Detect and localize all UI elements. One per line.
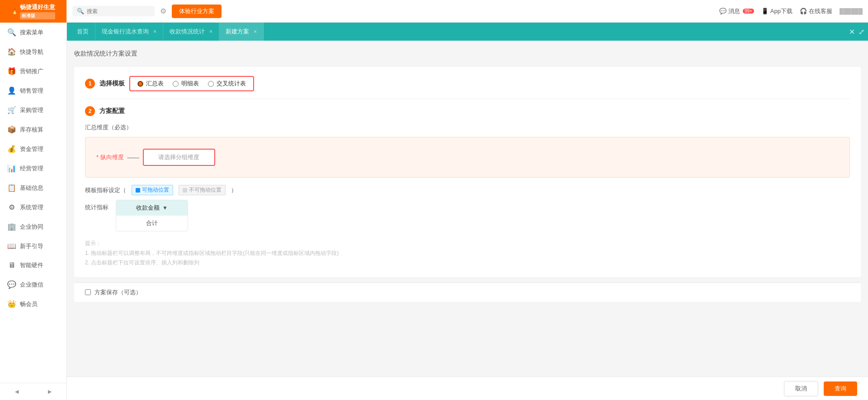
step2-header: 2 方案配置 [85, 106, 850, 116]
non-draggable-tag: 不可拖动位置 [179, 185, 226, 195]
sidebar-label-purchase: 采购管理 [20, 106, 43, 114]
tab-bank-flow-close[interactable]: × [153, 28, 156, 35]
sidebar-label-finance: 资金管理 [20, 145, 43, 153]
sidebar-item-enterprise[interactable]: 🏢 企业协同 [0, 217, 66, 236]
radio-detail-label: 明细表 [181, 80, 199, 88]
radio-summary-input[interactable] [137, 81, 143, 87]
sidebar-item-system[interactable]: ⚙ 系统管理 [0, 198, 66, 217]
operations-icon: 📊 [7, 164, 16, 173]
draggable-tag: 可拖动位置 [132, 185, 173, 195]
app-logo-icon: 🔥 [11, 8, 18, 14]
search-icon: 🔍 [77, 8, 84, 14]
radio-detail[interactable]: 明细表 [173, 80, 199, 88]
sidebar-label-marketing: 营销推广 [20, 67, 43, 75]
radio-cross[interactable]: 交叉统计表 [208, 80, 246, 88]
sidebar-item-wechat[interactable]: 💬 企业微信 [0, 275, 66, 294]
sidebar-label-search-menu: 搜索菜单 [20, 28, 43, 37]
gear-icon[interactable]: ⚙ [160, 7, 166, 15]
step2-section: 2 方案配置 汇总维度（必选） * 纵向维度 —— 请选择分组维度 模板指标设定… [85, 106, 850, 268]
sidebar-item-inventory[interactable]: 📦 库存核算 [0, 120, 66, 139]
sidebar-collapse-btn[interactable]: ◀ [0, 383, 33, 400]
sidebar-item-operations[interactable]: 📊 经营管理 [0, 159, 66, 178]
tips-title: 提示： [85, 240, 101, 246]
sidebar-label-guide: 新手引导 [20, 242, 43, 250]
metrics-dropdown-icon[interactable]: ▼ [162, 205, 168, 211]
tab-bank-flow[interactable]: 现金银行流水查询 × [95, 23, 163, 41]
metrics-col-header[interactable]: 收款金额 ▼ [116, 200, 188, 216]
header: 🔍 ⚙ 体验行业方案 💬 消息 99+ 📱 App下载 🎧 在线客服 █████… [67, 0, 868, 23]
sidebar-label-operations: 经营管理 [20, 165, 43, 173]
tab-expand-btn[interactable]: ⤢ [859, 28, 864, 36]
save-checkbox[interactable] [85, 289, 91, 295]
sidebar-item-quick-nav[interactable]: 🏠 快捷导航 [0, 42, 66, 61]
metrics-table: 收款金额 ▼ 合计 [116, 200, 188, 231]
app-logo: 🔥 畅捷通好生意 标准版 [0, 0, 66, 23]
main-content: 收款情况统计方案设置 1 选择模板 汇总表 明细表 交叉统计表 [67, 41, 868, 400]
enterprise-icon: 🏢 [7, 222, 16, 231]
sidebar-item-finance[interactable]: 💰 资金管理 [0, 139, 66, 159]
tab-bank-flow-label: 现金银行流水查询 [102, 28, 149, 36]
save-option-label[interactable]: 方案保存（可选） [94, 288, 142, 296]
tab-home[interactable]: 首页 [71, 23, 95, 41]
sidebar-item-basic-info[interactable]: 📋 基础信息 [0, 178, 66, 198]
download-item[interactable]: 📱 App下载 [761, 7, 793, 15]
tip-item-2: 2. 点击标题栏下拉可设置排序、插入列和删除列 [85, 258, 850, 268]
sidebar-expand-btn[interactable]: ▶ [33, 383, 67, 400]
tab-close-btn[interactable]: ✕ [849, 28, 855, 36]
messages-item[interactable]: 💬 消息 99+ [719, 7, 754, 15]
step1-num: 1 [85, 79, 95, 89]
page-title: 收款情况统计方案设置 [74, 48, 861, 60]
purchase-icon: 🛒 [7, 106, 16, 114]
tab-new-plan[interactable]: 新建方案 × [219, 23, 264, 41]
sidebar-item-member[interactable]: 👑 畅会员 [0, 294, 66, 314]
search-input[interactable] [87, 8, 150, 14]
wechat-icon: 💬 [7, 280, 16, 289]
system-icon: ⚙ [7, 203, 16, 212]
non-draggable-color-indicator [183, 188, 187, 193]
radio-detail-input[interactable] [173, 81, 179, 87]
cancel-button[interactable]: 取消 [784, 381, 818, 396]
sidebar-label-member: 畅会员 [20, 300, 38, 308]
query-button[interactable]: 查询 [824, 381, 857, 396]
radio-summary[interactable]: 汇总表 [137, 80, 164, 88]
sidebar-item-marketing[interactable]: 🎁 营销推广 [0, 61, 66, 81]
quick-nav-icon: 🏠 [7, 47, 16, 56]
sidebar-item-purchase[interactable]: 🛒 采购管理 [0, 100, 66, 120]
service-item[interactable]: 🎧 在线客服 [800, 7, 832, 15]
app-name: 畅捷通好生意 [20, 3, 55, 11]
tabs-right-controls: ✕ ⤢ [849, 28, 864, 36]
sidebar-label-hardware: 智能硬件 [20, 261, 43, 269]
sidebar-item-sales[interactable]: 👤 销售管理 [0, 81, 66, 100]
username-display: ██████ [840, 8, 863, 14]
metrics-section-label: 统计指标 [85, 203, 108, 212]
dimension-arrow: —— [127, 154, 139, 161]
member-icon: 👑 [7, 300, 16, 308]
metrics-row-total: 合计 [116, 216, 188, 231]
tips-section: 提示： 1. 拖动标题栏可以调整布局，不可跨维度或指标区域拖动栏目字段(只能在同… [85, 239, 850, 268]
sidebar-item-hardware[interactable]: 🖥 智能硬件 [0, 256, 66, 275]
header-search-box[interactable]: 🔍 [72, 6, 155, 16]
sidebar-item-search-menu[interactable]: 🔍 搜索菜单 [0, 23, 66, 42]
radio-summary-label: 汇总表 [146, 80, 164, 88]
message-icon: 💬 [719, 8, 726, 14]
metrics-config-title-suffix: ） [231, 186, 237, 194]
sidebar-item-guide[interactable]: 📖 新手引导 [0, 236, 66, 256]
sales-icon: 👤 [7, 86, 16, 95]
messages-badge: 99+ [743, 9, 754, 14]
radio-cross-label: 交叉统计表 [217, 80, 246, 88]
step2-num: 2 [85, 106, 95, 116]
dimension-subsection-title: 汇总维度（必选） [85, 123, 850, 132]
footer-bar: 取消 查询 [67, 376, 868, 400]
radio-cross-input[interactable] [208, 81, 214, 87]
dimension-selector[interactable]: 请选择分组维度 [143, 149, 215, 166]
tab-new-plan-close[interactable]: × [254, 28, 257, 35]
service-icon: 🎧 [800, 8, 807, 14]
trial-btn[interactable]: 体验行业方案 [172, 5, 222, 18]
tab-receipt-stats[interactable]: 收款情况统计 × [163, 23, 219, 41]
step1-header: 1 选择模板 汇总表 明细表 交叉统计表 [85, 76, 850, 91]
tab-home-label: 首页 [77, 28, 89, 36]
tab-receipt-stats-close[interactable]: × [209, 28, 212, 35]
download-label: App下载 [770, 7, 793, 15]
step2-label: 方案配置 [99, 107, 125, 115]
basic-info-icon: 📋 [7, 184, 16, 192]
